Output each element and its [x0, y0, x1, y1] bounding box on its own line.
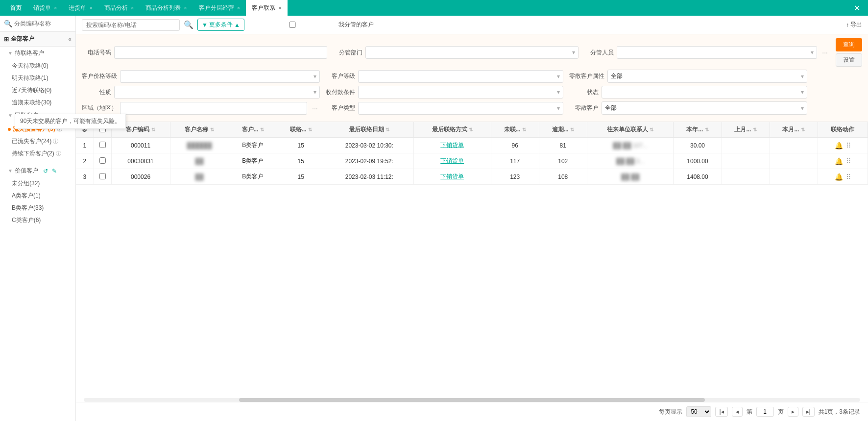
sidebar-item-declining[interactable]: 持续下滑客户(2) ⓘ: [0, 148, 75, 160]
th-type[interactable]: 客户... ⇅: [229, 122, 277, 138]
row-checkbox-0[interactable]: [99, 142, 106, 148]
payment-select[interactable]: ▾: [358, 86, 564, 99]
action-contact-icon[interactable]: 🔔: [835, 173, 843, 181]
info-icon-lost: ⓘ: [53, 138, 58, 145]
nature-select[interactable]: ▾: [114, 86, 320, 99]
cell-lastway[interactable]: 下销货单: [413, 153, 491, 169]
filter-icon: ▼: [202, 22, 208, 28]
scatter-attr-select[interactable]: 全部 ▾: [607, 70, 807, 83]
cell-contactperson: ██ ██: [587, 169, 674, 185]
tab-customer-contact[interactable]: 客户联系 ×: [246, 0, 287, 16]
close-customer-layer-icon[interactable]: ×: [237, 5, 240, 11]
sidebar-item-classC[interactable]: C类客户(6): [0, 214, 75, 226]
next-page-button[interactable]: ▸: [788, 407, 798, 417]
action-more-icon[interactable]: ⠿: [846, 173, 851, 181]
action-contact-icon[interactable]: 🔔: [835, 142, 843, 149]
sidebar-item-ungroup[interactable]: 未分组(32): [0, 177, 75, 190]
sidebar-item-tomorrow[interactable]: 明天待联络(1): [0, 72, 75, 84]
action-more-icon[interactable]: ⠿: [846, 142, 851, 149]
phone-input[interactable]: [114, 46, 327, 59]
dept-select[interactable]: ▾: [365, 46, 579, 59]
sidebar-item-classA[interactable]: A类客户(1): [0, 190, 75, 202]
person-ellipsis[interactable]: ···: [820, 49, 830, 56]
sidebar-search-input[interactable]: [14, 20, 76, 27]
last-page-button[interactable]: ▸|: [802, 407, 815, 417]
grade-select[interactable]: ▾: [358, 70, 564, 83]
filter-form: 电话号码 分管部门 ▾ 分管人员 ▾ ···: [76, 34, 868, 122]
arrow-icon-value: ▼: [8, 168, 13, 173]
arrow-icon-review: ▼: [8, 113, 13, 118]
th-lastdate[interactable]: 最后联络日期 ⇅: [325, 122, 413, 138]
export-button[interactable]: ↑ 导出: [846, 21, 862, 29]
sidebar-item-lost[interactable]: 已流失客户(24) ⓘ: [0, 135, 75, 148]
price-grade-select[interactable]: ▾: [120, 70, 320, 83]
close-sales-icon[interactable]: ×: [54, 5, 57, 11]
th-overdue[interactable]: 逾期... ⇅: [539, 122, 587, 138]
close-analysis-list-icon[interactable]: ×: [184, 5, 187, 11]
tab-analysis[interactable]: 商品分析 ×: [98, 0, 140, 16]
th-contactperson[interactable]: 往来单位联系人 ⇅: [587, 122, 674, 138]
th-nocontact[interactable]: 未联... ⇅: [491, 122, 539, 138]
tab-home[interactable]: 首页: [4, 0, 27, 16]
sidebar-item-7days[interactable]: 近7天待联络(0): [0, 84, 75, 97]
sidebar-item-classB[interactable]: B类客户(33): [0, 202, 75, 214]
scatter-customer-select[interactable]: 全部 ▾: [602, 101, 807, 115]
th-thisyear[interactable]: 本年... ⇅: [674, 122, 722, 138]
person-select[interactable]: ▾: [617, 46, 817, 59]
sidebar-item-today[interactable]: 今天待联络(0): [0, 60, 75, 72]
tab-analysis-list[interactable]: 商品分析列表 ×: [140, 0, 193, 16]
first-page-button[interactable]: |◂: [715, 407, 727, 417]
customer-type-select[interactable]: ▾: [358, 102, 564, 115]
action-contact-icon[interactable]: 🔔: [835, 157, 843, 165]
cell-thismonth: [770, 138, 818, 153]
sidebar-group-pending[interactable]: ▼ 待联络客户: [0, 47, 75, 60]
tab-purchase[interactable]: 进货单 ×: [63, 0, 98, 16]
search-button[interactable]: 🔍: [184, 20, 193, 29]
sidebar-group-value[interactable]: ▼ 价值客户 ↺ ✎: [0, 164, 75, 177]
close-customer-contact-icon[interactable]: ×: [278, 5, 281, 11]
region-input[interactable]: [120, 102, 307, 115]
cell-name: ██: [170, 153, 229, 169]
th-contact[interactable]: 联络... ⇅: [277, 122, 325, 138]
tab-sales[interactable]: 销货单 ×: [27, 0, 63, 16]
query-button[interactable]: 查询: [836, 38, 862, 51]
scrollbar-thumb[interactable]: [239, 398, 705, 402]
close-analysis-icon[interactable]: ×: [131, 5, 134, 11]
edit-icon-value[interactable]: ✎: [52, 168, 57, 174]
my-customers-checkbox[interactable]: [248, 22, 337, 28]
th-thismonth[interactable]: 本月... ⇅: [770, 122, 818, 138]
cell-checkbox[interactable]: [94, 153, 111, 169]
sidebar-all-customers[interactable]: ⊞ 全部客户 «: [0, 32, 75, 47]
cell-checkbox[interactable]: [94, 138, 111, 153]
close-purchase-icon[interactable]: ×: [89, 5, 92, 11]
settings-button[interactable]: 设置: [836, 53, 862, 67]
close-all-button[interactable]: ✕: [850, 3, 864, 13]
row-checkbox-2[interactable]: [99, 173, 106, 179]
tooltip-review: 90天未交易的客户，可能有流失风险。: [15, 114, 76, 129]
cell-lastway[interactable]: 下销货单: [413, 138, 491, 153]
search-input[interactable]: [82, 19, 180, 31]
status-select[interactable]: ▾: [602, 86, 807, 99]
page-label: 第: [747, 408, 752, 416]
filter-actions: 查询 设置: [836, 38, 862, 67]
tab-customer-layer[interactable]: 客户分层经营 ×: [193, 0, 246, 16]
refresh-icon-value[interactable]: ↺: [43, 168, 48, 174]
sort-lastway-icon: ⇅: [469, 127, 473, 132]
row-checkbox-1[interactable]: [99, 157, 106, 164]
cell-checkbox[interactable]: [94, 169, 111, 185]
scrollbar-track[interactable]: [84, 398, 860, 402]
collapse-sidebar-icon[interactable]: «: [68, 36, 72, 43]
th-lastway[interactable]: 最后联络方式 ⇅: [413, 122, 491, 138]
more-conditions-button[interactable]: ▼ 更多条件 ▲: [197, 19, 244, 31]
filter-customer-type: 客户类型 ▾: [326, 102, 564, 115]
th-lastmonth[interactable]: 上月... ⇅: [722, 122, 770, 138]
sidebar-item-overdue[interactable]: 逾期未联络(30): [0, 97, 75, 109]
region-ellipsis[interactable]: ···: [310, 104, 320, 112]
page-number-input[interactable]: [756, 407, 774, 417]
cell-type: B类客户: [229, 169, 277, 185]
prev-page-button[interactable]: ◂: [732, 407, 743, 417]
action-more-icon[interactable]: ⠿: [846, 157, 851, 165]
th-name[interactable]: 客户名称 ⇅: [170, 122, 229, 138]
per-page-select[interactable]: 50 100 200: [686, 406, 711, 417]
cell-lastway[interactable]: 下销货单: [413, 169, 491, 185]
